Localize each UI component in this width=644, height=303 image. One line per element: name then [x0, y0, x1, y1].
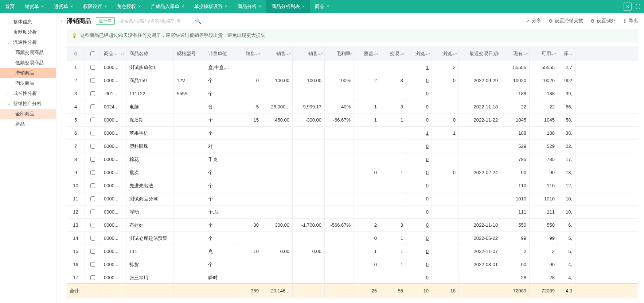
col-sales3[interactable]: 销售...▲▼ — [293, 46, 325, 61]
row-checkbox[interactable] — [90, 196, 95, 201]
tab-2[interactable]: 进货单× — [49, 0, 78, 13]
export-button[interactable]: ⇪导出 — [623, 18, 638, 24]
sidebar-group[interactable]: ⌄流通性分析 — [0, 37, 56, 47]
sidebar-group[interactable]: ›成长性分析 — [0, 88, 56, 99]
table-row[interactable]: 160000...拣货个0102022-03-0190904, — [67, 258, 638, 271]
tab-9[interactable]: 商品× — [310, 0, 334, 13]
tabs-close-all-icon[interactable]: ✕ — [624, 3, 632, 11]
tab-7[interactable]: 商品分析× — [233, 0, 266, 13]
col-k[interactable]: 库... — [558, 46, 575, 61]
sidebar-group[interactable]: ›整体信息 — [0, 17, 56, 27]
row-checkbox[interactable] — [90, 91, 95, 96]
table-row[interactable]: 170000...张三常用瞬时028284, — [67, 271, 638, 283]
tab-4[interactable]: 角色授权× — [112, 0, 146, 13]
tab-5[interactable]: 产成品入库单× — [146, 0, 189, 13]
views-link[interactable]: 0 — [426, 249, 429, 254]
tab-close-icon[interactable]: × — [327, 4, 329, 9]
col-sales2[interactable]: 销售...▲▼ — [262, 46, 293, 61]
row-checkbox[interactable] — [90, 104, 95, 109]
row-checkbox[interactable] — [90, 210, 95, 214]
set-days-button[interactable]: ⚙设置滞销天数 — [549, 18, 583, 24]
horizontal-scrollbar[interactable] — [67, 298, 638, 303]
row-checkbox[interactable] — [90, 236, 95, 241]
views-link[interactable]: 1 — [426, 65, 429, 70]
table-row[interactable]: 50000...保质期个15450.00-300.00-66.67%110020… — [67, 114, 638, 127]
views-link[interactable]: 0 — [426, 196, 429, 202]
views-link[interactable]: 0 — [426, 78, 429, 83]
views-link[interactable]: 0 — [426, 275, 429, 280]
views-link[interactable]: 0 — [426, 262, 429, 267]
col-cover[interactable]: 覆盖...▲▼ — [354, 46, 380, 61]
tab-close-icon[interactable]: × — [182, 4, 184, 9]
views-link[interactable]: 0 — [426, 183, 429, 188]
tab-0[interactable]: 首页 — [0, 0, 20, 13]
table-row[interactable]: 3-001...1111225555个018818899, — [67, 87, 638, 100]
tab-close-icon[interactable]: × — [259, 4, 261, 9]
col-sales1[interactable]: 销售...▲▼ — [234, 46, 262, 61]
tab-close-icon[interactable]: × — [104, 4, 107, 9]
views-link[interactable]: 0 — [426, 235, 429, 241]
col-last-date[interactable]: 最近交易日期▲▼ — [459, 46, 501, 61]
select-all-checkbox[interactable] — [90, 51, 95, 56]
table-row[interactable]: 60000...苹果手机个1118818838, — [67, 127, 638, 140]
table-row[interactable]: 70000...塑料眼珠对052952922, — [67, 140, 638, 153]
views-link[interactable]: 0 — [426, 157, 429, 162]
row-checkbox[interactable] — [90, 170, 95, 175]
sidebar-group[interactable]: ›贡献度分析 — [0, 27, 56, 37]
table-row[interactable]: 130000...布娃娃个30300.00-1,700.00-566.67%23… — [67, 219, 638, 232]
col-margin[interactable]: 毛利率▲▼ — [325, 46, 354, 61]
col-spec[interactable]: 规格型号 — [174, 46, 205, 61]
tab-3[interactable]: 权限设置× — [78, 0, 112, 13]
row-checkbox[interactable] — [90, 275, 95, 280]
tabs-expand-icon[interactable]: ⛶ — [634, 3, 642, 11]
views-link[interactable]: 0 — [426, 104, 429, 110]
table-row[interactable]: 10000...测试多单位1盒,中盒,...1255555555552,7 — [67, 61, 638, 74]
row-checkbox[interactable] — [90, 183, 95, 188]
tab-close-icon[interactable]: × — [70, 4, 73, 9]
sidebar-collapse-icon[interactable]: « — [58, 17, 65, 24]
col-code[interactable]: 商品...▲▼ — [101, 46, 126, 61]
row-checkbox[interactable] — [90, 223, 95, 227]
table-row[interactable]: 120000...浮动个,瓶011111110, — [67, 206, 638, 219]
row-checkbox[interactable] — [90, 157, 95, 162]
tab-close-icon[interactable]: × — [138, 4, 141, 9]
set-exception-button[interactable]: ⚙设置例外 — [590, 18, 616, 24]
row-checkbox[interactable] — [90, 131, 95, 135]
time-range-chip[interactable]: 近一年 — [96, 17, 115, 25]
views-link[interactable]: 0 — [426, 91, 429, 96]
row-checkbox[interactable] — [90, 118, 95, 122]
tab-1[interactable]: 销货单× — [20, 0, 49, 13]
col-stock[interactable]: 现有...▲▼ — [501, 46, 530, 61]
sidebar-item[interactable]: 全部商品 — [0, 109, 56, 119]
row-checkbox[interactable] — [90, 144, 95, 149]
table-row[interactable]: 150000...111克100.000.001102022-11-07225, — [67, 245, 638, 258]
search-icon[interactable]: 🔍 — [195, 18, 201, 24]
share-button[interactable]: ↗分享 — [526, 18, 541, 24]
sidebar-item[interactable]: 高频交易商品 — [0, 47, 56, 58]
views-link[interactable]: 0 — [426, 143, 429, 149]
col-name[interactable]: 商品名称 — [126, 46, 174, 61]
table-row[interactable]: 100000...先进先出法个011011012, — [67, 179, 638, 192]
views-link[interactable]: 0 — [426, 117, 429, 123]
table-row[interactable]: 40024...电脑台-5-25,000...-9,999.1740%13020… — [67, 100, 638, 114]
row-checkbox[interactable] — [90, 65, 95, 70]
row-checkbox[interactable] — [90, 249, 95, 254]
col-views2[interactable]: 浏览...▲▼ — [432, 46, 459, 61]
sidebar-group[interactable]: ⌄营销推广分析 — [0, 99, 56, 109]
views-link[interactable]: 0 — [426, 170, 429, 175]
sidebar-item[interactable]: 淘汰商品 — [0, 78, 56, 88]
table-row[interactable]: 110000...测试商品分摊个01010101010, — [67, 192, 638, 206]
table-row[interactable]: 20000...商品15912V个0100.00100.00100%230020… — [67, 74, 638, 87]
col-trades[interactable]: 交易...▲▼ — [380, 46, 406, 61]
col-views1[interactable]: 浏览...▲▼ — [406, 46, 432, 61]
views-link[interactable]: 0 — [426, 222, 429, 228]
table-row[interactable]: 140000...测试仓库超储预警个0102022-05-2299995, — [67, 232, 638, 245]
sidebar-item[interactable]: 低频交易商品 — [0, 58, 56, 68]
tab-6[interactable]: 单据模板设置× — [189, 0, 233, 13]
sidebar-item[interactable]: 滞销商品 — [0, 68, 56, 78]
table-row[interactable]: 80000...棉花千克078578517, — [67, 153, 638, 166]
tab-close-icon[interactable]: × — [225, 4, 227, 9]
search-input[interactable] — [119, 18, 192, 24]
sidebar-item[interactable]: 新品 — [0, 119, 56, 129]
col-avail[interactable]: 可用...▲▼ — [530, 46, 558, 61]
